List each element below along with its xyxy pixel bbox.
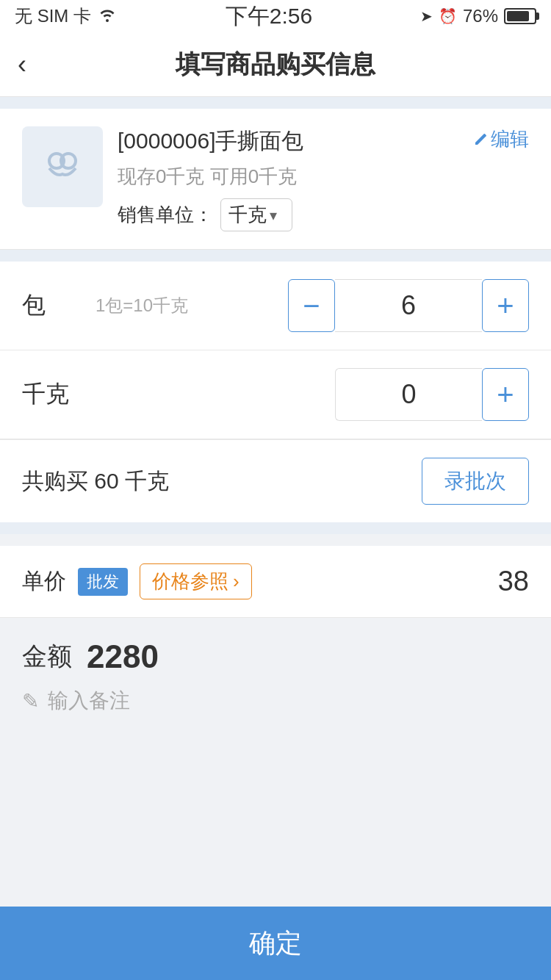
page-title: 填写商品购买信息 — [176, 48, 375, 82]
pack-plus-button[interactable]: + — [482, 279, 529, 332]
amount-row: 金额 2280 — [22, 638, 529, 675]
price-value: 38 — [498, 566, 529, 597]
price-ref-arrow-icon: › — [233, 570, 240, 593]
status-time: 下午2:56 — [226, 1, 312, 32]
alarm-icon: ⏰ — [439, 7, 457, 25]
pack-row: 包 1包=10千克 − + — [0, 262, 551, 350]
product-image — [22, 126, 103, 207]
back-button[interactable]: ‹ — [18, 49, 26, 80]
price-tag: 批发 — [78, 568, 128, 596]
top-divider — [0, 97, 551, 109]
battery-percent: 76% — [463, 6, 498, 26]
amount-label: 金额 — [22, 640, 72, 674]
location-icon: ➤ — [420, 7, 433, 25]
note-row[interactable]: ✎ 输入备注 — [22, 687, 529, 715]
status-bar: 无 SIM 卡 下午2:56 ➤ ⏰ 76% — [0, 0, 551, 32]
record-batch-button[interactable]: 录批次 — [422, 458, 529, 505]
dropdown-arrow-icon: ▾ — [270, 206, 277, 224]
pack-hint: 1包=10千克 — [96, 294, 188, 317]
kg-stepper: + — [335, 368, 529, 421]
unit-value: 千克 — [228, 202, 267, 228]
confirm-bar[interactable]: 确定 — [0, 907, 551, 980]
kg-label: 千克 — [22, 378, 81, 411]
product-stock: 现存0千克 可用0千克 — [118, 164, 529, 190]
pack-label: 包 — [22, 289, 81, 322]
product-unit: 销售单位： 千克 ▾ — [118, 198, 529, 231]
pack-input[interactable] — [335, 279, 482, 332]
wifi-icon — [97, 6, 118, 26]
content-spacer — [0, 727, 551, 932]
edit-label: 编辑 — [491, 126, 529, 152]
price-label: 单价 — [22, 566, 66, 597]
kg-plus-button[interactable]: + — [482, 368, 529, 421]
note-icon: ✎ — [22, 689, 39, 713]
mid-divider1 — [0, 250, 551, 262]
confirm-button-label: 确定 — [249, 926, 302, 962]
amount-section: 金额 2280 ✎ 输入备注 — [0, 618, 551, 727]
price-ref-label: 价格参照 — [152, 569, 228, 594]
nav-bar: ‹ 填写商品购买信息 — [0, 32, 551, 97]
kg-input[interactable] — [335, 368, 482, 421]
amount-value: 2280 — [87, 638, 159, 675]
pack-minus-button[interactable]: − — [288, 279, 335, 332]
kg-row: 千克 + — [0, 350, 551, 439]
price-section: 单价 批发 价格参照 › 38 — [0, 546, 551, 618]
product-header: [0000006]手撕面包 编辑 — [118, 126, 529, 156]
battery-icon — [504, 8, 536, 24]
unit-label: 销售单位： — [118, 202, 213, 228]
input-section: 包 1包=10千克 − + 千克 + 共购买 60 千克 录批次 — [0, 262, 551, 522]
pack-stepper: − + — [288, 279, 529, 332]
product-name: [0000006]手撕面包 — [118, 126, 303, 156]
edit-button[interactable]: 编辑 — [473, 126, 529, 152]
status-left: 无 SIM 卡 — [15, 4, 118, 28]
unit-dropdown[interactable]: 千克 ▾ — [220, 198, 292, 231]
product-card: [0000006]手撕面包 编辑 现存0千克 可用0千克 销售单位： 千克 ▾ — [0, 109, 551, 250]
note-placeholder: 输入备注 — [48, 687, 130, 715]
summary-text: 共购买 60 千克 — [22, 466, 169, 497]
price-reference-button[interactable]: 价格参照 › — [140, 563, 252, 599]
product-info: [0000006]手撕面包 编辑 现存0千克 可用0千克 销售单位： 千克 ▾ — [118, 126, 529, 231]
mid-divider2 — [0, 522, 551, 534]
status-right: ➤ ⏰ 76% — [420, 6, 536, 26]
no-sim-text: 无 SIM 卡 — [15, 4, 91, 28]
summary-row: 共购买 60 千克 录批次 — [0, 439, 551, 522]
